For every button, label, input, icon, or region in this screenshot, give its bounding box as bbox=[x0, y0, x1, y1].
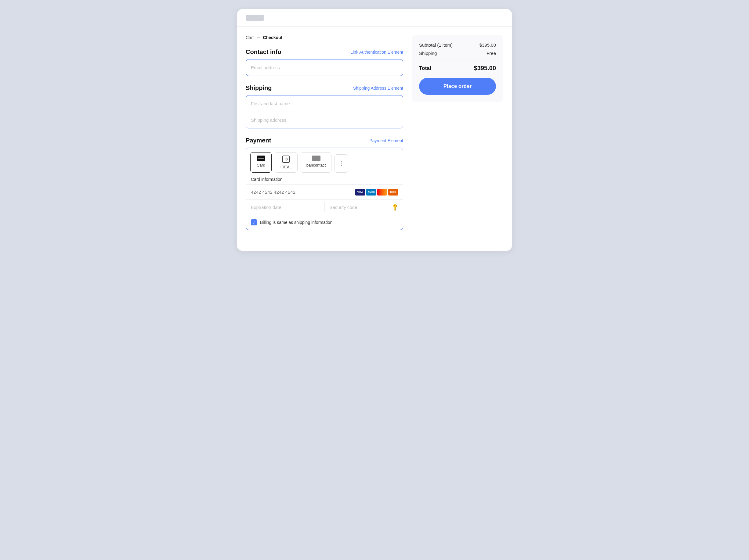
tab-card-label: Card bbox=[257, 163, 265, 167]
billing-label: Billing is same as shipping information bbox=[260, 220, 333, 225]
order-summary: Subtotal (1 item) $395.00 Shipping Free … bbox=[412, 35, 503, 102]
card-number-input[interactable] bbox=[251, 184, 355, 200]
total-row: Total $395.00 bbox=[419, 65, 496, 72]
payment-title: Payment bbox=[246, 137, 271, 144]
breadcrumb-cart[interactable]: Cart bbox=[246, 35, 254, 40]
payment-section: Payment Payment Element Card iD bbox=[246, 137, 403, 230]
cvv-row: 🔑 bbox=[325, 200, 403, 215]
shipping-title: Shipping bbox=[246, 85, 272, 91]
shipping-cost-label: Shipping bbox=[419, 51, 437, 56]
breadcrumb-arrow: → bbox=[256, 35, 260, 40]
visa-logo: VISA bbox=[355, 189, 365, 196]
breadcrumb-checkout: Checkout bbox=[263, 35, 282, 40]
shipping-section: Shipping Shipping Address Element bbox=[246, 85, 403, 128]
email-input[interactable] bbox=[246, 60, 403, 76]
shipping-row: Shipping Free bbox=[419, 51, 496, 56]
shipping-address-input[interactable] bbox=[246, 112, 403, 128]
logo bbox=[246, 15, 264, 21]
tab-ideal-label: iDEAL bbox=[280, 165, 292, 169]
more-payment-options-button[interactable]: ⋮ bbox=[335, 154, 348, 173]
breadcrumb: Cart → Checkout bbox=[246, 35, 403, 40]
tab-bancontact-label: bancontact bbox=[306, 163, 326, 167]
contact-section: Contact info Link Authentication Element bbox=[246, 48, 403, 76]
total-value: $395.00 bbox=[474, 65, 496, 72]
card-bottom-row: 🔑 bbox=[246, 200, 403, 215]
full-name-input[interactable] bbox=[246, 95, 403, 112]
billing-checkbox-row: ✓ Billing is same as shipping informatio… bbox=[246, 215, 403, 230]
contact-input-group bbox=[246, 59, 403, 76]
cvv-input[interactable] bbox=[329, 200, 390, 215]
tab-card[interactable]: Card bbox=[250, 152, 272, 173]
payment-group: Card iD iDEAL bancontact ⋮ bbox=[246, 148, 403, 230]
shipping-input-group bbox=[246, 95, 403, 128]
amex-logo: AMEX bbox=[366, 189, 376, 196]
subtotal-label: Subtotal (1 item) bbox=[419, 42, 453, 48]
shipping-cost-value: Free bbox=[487, 51, 496, 56]
ideal-icon: iD bbox=[282, 156, 290, 163]
key-icon: 🔑 bbox=[391, 203, 399, 212]
link-authentication-element[interactable]: Link Authentication Element bbox=[350, 50, 403, 54]
contact-title: Contact info bbox=[246, 48, 281, 55]
shipping-section-header: Shipping Shipping Address Element bbox=[246, 85, 403, 91]
card-info-label: Card information bbox=[246, 173, 403, 184]
header bbox=[237, 9, 512, 26]
expiry-input[interactable] bbox=[246, 200, 324, 215]
shipping-address-element[interactable]: Shipping Address Element bbox=[353, 86, 403, 91]
subtotal-row: Subtotal (1 item) $395.00 bbox=[419, 42, 496, 48]
page-wrapper: Cart → Checkout Contact info Link Authen… bbox=[237, 9, 512, 251]
tab-bancontact[interactable]: bancontact bbox=[301, 152, 332, 173]
mastercard-logo bbox=[377, 189, 387, 196]
main-content: Cart → Checkout Contact info Link Authen… bbox=[237, 26, 512, 251]
card-icon bbox=[257, 156, 265, 161]
bancontact-icon bbox=[312, 156, 320, 161]
payment-element[interactable]: Payment Element bbox=[370, 138, 404, 143]
card-number-row: VISA AMEX DISC bbox=[246, 184, 403, 200]
billing-same-checkbox[interactable]: ✓ bbox=[251, 219, 257, 225]
subtotal-value: $395.00 bbox=[479, 42, 496, 48]
discover-logo: DISC bbox=[388, 189, 398, 196]
contact-section-header: Contact info Link Authentication Element bbox=[246, 48, 403, 55]
card-logos: VISA AMEX DISC bbox=[355, 189, 398, 196]
payment-tabs: Card iD iDEAL bancontact ⋮ bbox=[246, 148, 403, 173]
payment-section-header: Payment Payment Element bbox=[246, 137, 403, 144]
total-label: Total bbox=[419, 65, 431, 71]
right-column: Subtotal (1 item) $395.00 Shipping Free … bbox=[412, 35, 503, 239]
left-column: Cart → Checkout Contact info Link Authen… bbox=[246, 35, 403, 239]
place-order-button[interactable]: Place order bbox=[419, 78, 496, 95]
tab-ideal[interactable]: iD iDEAL bbox=[275, 152, 298, 173]
